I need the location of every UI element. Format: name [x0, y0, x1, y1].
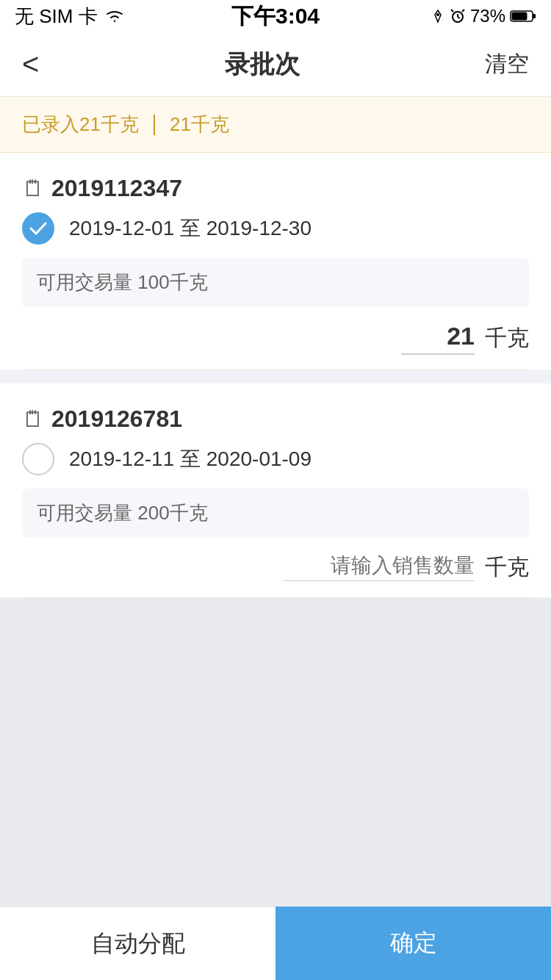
clear-button[interactable]: 清空 [485, 49, 529, 79]
batch2-checkbox[interactable] [22, 443, 54, 475]
recorded-label: 已录入21千克 [22, 112, 139, 137]
batch2-header: 🗒 2019126781 [22, 406, 529, 433]
nav-bar: < 录批次 清空 [0, 32, 551, 97]
batch1-card: 🗒 2019112347 2019-12-01 至 2019-12-30 可用交… [0, 153, 551, 307]
batch1-qty-unit: 千克 [485, 323, 529, 353]
status-bar: 无 SIM 卡 下午3:04 73% [0, 0, 551, 32]
status-time: 下午3:04 [231, 1, 320, 32]
batch2-qty-input-wrap[interactable] [284, 554, 475, 581]
batch1-header: 🗒 2019112347 [22, 175, 529, 202]
batch2-qty-input[interactable] [284, 554, 475, 577]
alarm-icon [450, 8, 466, 24]
check-icon [29, 222, 47, 235]
batch1-available-qty: 可用交易量 100千克 [22, 258, 529, 307]
content-wrap: 🗒 2019112347 2019-12-01 至 2019-12-30 可用交… [0, 153, 551, 980]
batch1-icon: 🗒 [22, 176, 44, 201]
batch1-qty-input-wrap[interactable] [401, 322, 475, 355]
auto-distribute-button[interactable]: 自动分配 [0, 907, 276, 980]
batch2-date-row: 2019-12-11 至 2020-01-09 [22, 443, 529, 475]
batch2-icon: 🗒 [22, 407, 44, 432]
section-gap [0, 370, 551, 383]
batch1-date-range: 2019-12-01 至 2019-12-30 [69, 215, 311, 242]
batch2-qty-unit: 千克 [485, 552, 529, 583]
batch1-checkbox[interactable] [22, 212, 54, 245]
batch2-qty-row: 千克 [0, 538, 551, 597]
batch1-qty-row: 千克 [0, 307, 551, 370]
batch1-qty-input[interactable] [401, 322, 475, 350]
batch1-date-row: 2019-12-01 至 2019-12-30 [22, 212, 529, 245]
battery-icon [510, 10, 536, 23]
location-icon [431, 9, 445, 24]
svg-point-0 [436, 13, 439, 16]
sim-label: 无 SIM 卡 [15, 4, 98, 29]
batch1-id: 2019112347 [51, 175, 182, 202]
svg-rect-6 [512, 12, 527, 21]
svg-line-3 [458, 17, 460, 18]
page-title: 录批次 [225, 48, 300, 82]
wifi-icon [104, 8, 126, 24]
bottom-bar: 自动分配 确定 [0, 907, 551, 980]
recorded-value: 21千克 [170, 112, 229, 137]
status-right: 73% [431, 6, 536, 26]
batch2-date-range: 2019-12-11 至 2020-01-09 [69, 445, 311, 473]
batch2-card: 🗒 2019126781 2019-12-11 至 2020-01-09 可用交… [0, 383, 551, 538]
battery-percent: 73% [470, 6, 505, 26]
info-banner: 已录入21千克 21千克 [0, 97, 551, 153]
back-button[interactable]: < [22, 48, 39, 81]
confirm-button[interactable]: 确定 [276, 907, 551, 980]
status-left: 无 SIM 卡 [15, 4, 126, 29]
batch2-id: 2019126781 [51, 406, 182, 433]
batch2-available-qty: 可用交易量 200千克 [22, 489, 529, 538]
info-divider [154, 115, 155, 135]
svg-rect-5 [533, 14, 536, 18]
